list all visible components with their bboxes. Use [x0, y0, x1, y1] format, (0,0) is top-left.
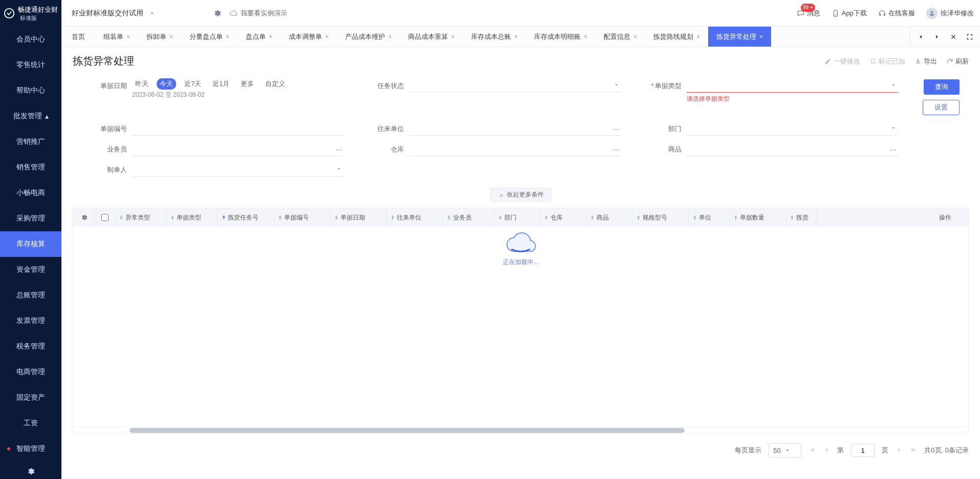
next-page-button[interactable] — [896, 446, 903, 455]
close-tab-icon[interactable]: × — [696, 33, 700, 40]
product-input[interactable] — [687, 142, 898, 156]
more-icon[interactable]: ··· — [335, 146, 343, 154]
search-button[interactable]: 查询 — [924, 79, 960, 95]
column-header-11[interactable]: ▲▼单位 — [689, 208, 730, 227]
tabs-next[interactable] — [930, 30, 944, 44]
doc-type-select[interactable] — [687, 78, 898, 93]
per-page-select[interactable]: 50 — [769, 443, 801, 458]
table-select-all-column[interactable] — [95, 208, 115, 227]
column-header-9[interactable]: ▲▼商品 — [586, 208, 632, 227]
date-chip-4[interactable]: 更多 — [238, 78, 257, 90]
mark-known-button[interactable]: 标记已知 — [869, 57, 905, 66]
sidebar-item-1[interactable]: 零售统计 — [0, 52, 61, 78]
close-tab-icon[interactable]: × — [126, 33, 130, 40]
close-tab-icon[interactable]: × — [169, 33, 173, 40]
sidebar-item-16[interactable]: 智能管理 — [0, 436, 61, 462]
sidebar-item-12[interactable]: 税务管理 — [0, 334, 61, 359]
tab-3[interactable]: 分量盘点单× — [181, 27, 238, 47]
sidebar-item-7[interactable]: 采购管理 — [0, 206, 61, 231]
column-header-7[interactable]: ▲▼部门 — [494, 208, 540, 227]
collapse-filters-button[interactable]: 收起更多条件 — [490, 188, 551, 202]
close-tab-icon[interactable]: × — [388, 33, 392, 40]
close-tab-icon[interactable]: × — [584, 33, 587, 40]
doc-no-input[interactable] — [132, 121, 344, 136]
sidebar-item-6[interactable]: 小畅电商 — [0, 180, 61, 206]
more-icon[interactable]: ··· — [613, 146, 620, 154]
sidebar-item-10[interactable]: 总账管理 — [0, 282, 61, 308]
sidebar-item-4[interactable]: 营销推广 — [0, 129, 61, 155]
close-tab-icon[interactable]: × — [226, 33, 229, 40]
user-menu[interactable]: 徐泽华修改 — [926, 8, 974, 19]
tabs-prev[interactable] — [913, 30, 928, 44]
column-header-2[interactable]: ▲▼拣货任务号 — [218, 208, 274, 227]
tab-0[interactable]: 首页 — [61, 27, 95, 47]
close-tab-icon[interactable]: × — [633, 33, 637, 40]
sidebar-item-9[interactable]: 资金管理 — [0, 257, 61, 282]
more-icon[interactable]: ··· — [890, 146, 897, 154]
column-header-10[interactable]: ▲▼规格型号 — [632, 208, 689, 227]
date-chip-3[interactable]: 近1月 — [209, 78, 232, 90]
tab-9[interactable]: 库存成本明细账× — [526, 27, 595, 47]
sidebar-item-15[interactable]: 工资 — [0, 410, 61, 436]
date-chip-0[interactable]: 昨天 — [132, 78, 152, 90]
page-number-input[interactable] — [851, 444, 875, 457]
tab-7[interactable]: 商品成本重算× — [400, 27, 463, 47]
date-chip-1[interactable]: 今天 — [157, 78, 176, 90]
fullscreen-toggle[interactable] — [963, 30, 977, 44]
scrollbar-thumb[interactable] — [130, 428, 685, 433]
tenant-settings-icon[interactable] — [213, 9, 221, 17]
tab-5[interactable]: 成本调整单× — [281, 27, 337, 47]
first-page-button[interactable] — [808, 446, 816, 455]
column-header-5[interactable]: ▲▼往来单位 — [387, 208, 443, 227]
tab-8[interactable]: 库存成本总账× — [463, 27, 526, 47]
close-tab-icon[interactable]: × — [759, 33, 763, 40]
batch-edit-button[interactable]: 一键修改 — [824, 57, 860, 66]
tab-1[interactable]: 组装单× — [95, 27, 138, 47]
column-header-6[interactable]: ▲▼业务员 — [443, 208, 494, 227]
tab-12[interactable]: 拣货异常处理× — [708, 27, 771, 47]
support-button[interactable]: 在线客服 — [878, 9, 915, 18]
settings-button[interactable]: 设置 — [923, 100, 960, 115]
messages-button[interactable]: 99 + 消息 — [797, 9, 820, 18]
sidebar-item-2[interactable]: 帮助中心 — [0, 78, 61, 103]
sidebar-item-11[interactable]: 发票管理 — [0, 308, 61, 334]
tenant-select[interactable]: 好业财标准版交付试用 — [72, 9, 205, 18]
brand-logo[interactable]: 畅捷通好业财 标准版 — [0, 0, 61, 27]
column-header-8[interactable]: ▲▼仓库 — [540, 208, 586, 227]
tab-6[interactable]: 产品成本维护× — [337, 27, 400, 47]
close-tab-icon[interactable]: × — [514, 33, 518, 40]
tab-10[interactable]: 配置信息× — [595, 27, 645, 47]
refresh-button[interactable]: 刷新 — [946, 57, 969, 66]
sidebar-item-0[interactable]: 会员中心 — [0, 27, 61, 52]
app-download-button[interactable]: App下载 — [832, 9, 867, 18]
table-settings-column[interactable] — [73, 208, 95, 227]
tabs-close-all[interactable] — [946, 30, 961, 44]
warehouse-input[interactable] — [409, 142, 621, 156]
date-chip-5[interactable]: 自定义 — [262, 78, 288, 90]
column-header-12[interactable]: ▲▼单据数量 — [730, 208, 786, 227]
column-header-3[interactable]: ▲▼单据编号 — [274, 208, 330, 227]
task-status-select[interactable] — [409, 78, 621, 93]
sidebar-item-17[interactable]: 经营管理 — [0, 462, 61, 464]
select-all-checkbox[interactable] — [101, 214, 109, 221]
demo-link[interactable]: 我要看实例演示 — [229, 9, 287, 18]
close-tab-icon[interactable]: × — [325, 33, 329, 40]
partner-input[interactable] — [409, 121, 621, 136]
sidebar-item-8[interactable]: 库存核算 — [0, 231, 61, 257]
column-header-1[interactable]: ▲▼单据类型 — [166, 208, 218, 227]
more-icon[interactable]: ··· — [613, 125, 620, 133]
close-tab-icon[interactable]: × — [451, 33, 455, 40]
tab-4[interactable]: 盘点单× — [238, 27, 281, 47]
horizontal-scrollbar[interactable] — [73, 426, 968, 433]
sidebar-item-3[interactable]: 批发管理▴ — [0, 103, 61, 129]
last-page-button[interactable] — [910, 446, 917, 455]
column-header-4[interactable]: ▲▼单据日期 — [330, 208, 387, 227]
sidebar-item-13[interactable]: 电商管理 — [0, 359, 61, 385]
sidebar-settings[interactable] — [0, 464, 61, 479]
maker-select[interactable] — [132, 162, 344, 177]
column-header-13[interactable]: ▲▼拣货 — [786, 208, 817, 227]
date-chip-2[interactable]: 近7天 — [181, 78, 204, 90]
column-header-0[interactable]: ▲▼异常类型 — [115, 208, 166, 227]
tab-2[interactable]: 拆卸单× — [138, 27, 181, 47]
sidebar-item-14[interactable]: 固定资产 — [0, 385, 61, 410]
